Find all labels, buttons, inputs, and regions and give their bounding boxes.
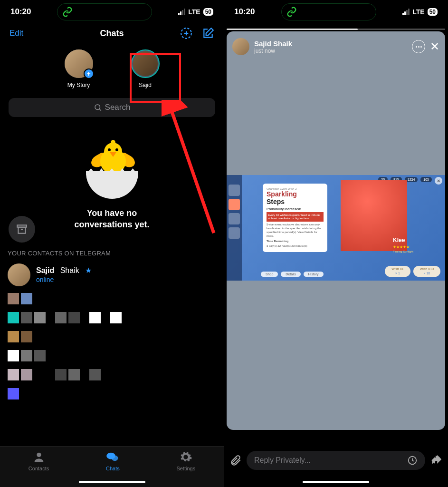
- search-icon: [94, 103, 102, 112]
- svg-rect-7: [18, 227, 25, 234]
- banner-nav: [227, 175, 242, 281]
- avatar: [8, 263, 30, 286]
- star-icon: ★: [85, 266, 92, 275]
- story-time: just now: [254, 48, 407, 54]
- redacted-contacts: [0, 327, 224, 346]
- tab-settings[interactable]: Settings: [176, 450, 195, 471]
- edit-button[interactable]: Edit: [10, 29, 23, 38]
- battery-icon: 50: [203, 8, 213, 16]
- reply-bar: Reply Privately...: [224, 447, 448, 474]
- person-icon: [32, 450, 46, 464]
- story-image: 30 815 1234 105 ✕ Character Event Wish-2…: [227, 175, 445, 281]
- archive-button[interactable]: [9, 216, 35, 243]
- story-progress: [227, 29, 445, 30]
- redacted-contacts: [0, 289, 224, 308]
- redacted-contacts: [0, 346, 224, 365]
- page-title: Chats: [100, 29, 124, 39]
- signal-icon: [402, 9, 410, 15]
- compose-icon[interactable]: [202, 27, 214, 39]
- contact-status: online: [36, 276, 92, 283]
- redacted-contacts: [0, 365, 224, 384]
- plus-icon: +: [84, 68, 94, 79]
- status-time: 10:20: [234, 7, 255, 17]
- avatar[interactable]: [232, 38, 249, 55]
- search-placeholder: Search: [105, 103, 131, 112]
- gear-icon: [179, 450, 192, 464]
- chick-illustration: [81, 142, 143, 199]
- story-content[interactable]: Sajid Shaik just now ✕ 30 815 1234 105 ✕…: [227, 31, 445, 430]
- tab-contacts[interactable]: Contacts: [29, 450, 49, 471]
- redacted-contacts: [0, 384, 224, 403]
- link-icon: [286, 7, 297, 17]
- attachment-icon[interactable]: [229, 454, 242, 467]
- reply-placeholder: Reply Privately...: [254, 456, 311, 465]
- close-icon[interactable]: ✕: [430, 40, 439, 53]
- battery-icon: 50: [428, 8, 438, 16]
- chats-screen: 10:20 LTE 50 Edit Chats + My Story S: [0, 0, 224, 487]
- banner-info-card: Character Event Wish-2 SparklingSteps Pr…: [263, 184, 327, 252]
- empty-text: You have noconversations yet.: [74, 207, 149, 231]
- my-story[interactable]: + My Story: [65, 49, 93, 88]
- svg-point-4: [95, 105, 100, 110]
- more-button[interactable]: [412, 40, 425, 53]
- add-story-icon[interactable]: [180, 27, 192, 39]
- reply-input[interactable]: Reply Privately...: [247, 451, 425, 470]
- stories-row: + My Story Sajid: [0, 45, 224, 95]
- status-bar: 10:20 LTE 50: [224, 0, 448, 24]
- status-bar: 10:20 LTE 50: [0, 0, 224, 24]
- dynamic-island: [281, 3, 376, 20]
- share-icon[interactable]: [430, 454, 442, 467]
- contacts-section-header: YOUR CONTACTS ON TELEGRAM: [0, 245, 224, 261]
- contact-row[interactable]: Sajid Shaik ★ online: [0, 261, 224, 289]
- contact-name: Sajid Shaik ★: [36, 266, 92, 275]
- svg-point-9: [37, 453, 41, 457]
- wish-buttons: Wish ×1× 1 Wish ×10× 10: [385, 266, 440, 277]
- home-indicator[interactable]: [303, 481, 369, 483]
- svg-point-11: [112, 456, 118, 461]
- status-right: LTE 50: [178, 8, 213, 16]
- story-viewer-screen: 10:20 LTE 50 Sajid Shaik just now ✕: [224, 0, 448, 487]
- banner-pills: Shop Details History: [261, 272, 324, 277]
- timer-icon[interactable]: [407, 455, 418, 466]
- svg-line-5: [99, 109, 101, 111]
- network-label: LTE: [412, 8, 424, 16]
- link-icon: [62, 7, 73, 17]
- chat-icon: [106, 450, 119, 464]
- status-time: 10:20: [10, 7, 31, 17]
- network-label: LTE: [188, 8, 200, 16]
- annotation-highlight: [130, 53, 181, 103]
- story-author-name: Sajid Shaik: [254, 39, 407, 48]
- svg-line-3: [170, 107, 214, 233]
- status-right: LTE 50: [402, 8, 438, 16]
- dynamic-island: [57, 3, 152, 20]
- tab-chats[interactable]: Chats: [106, 450, 120, 471]
- banner-characters: Klee ★★★★★ Fleeing Sunlight: [331, 180, 445, 266]
- chats-header: Edit Chats: [0, 24, 224, 45]
- home-indicator[interactable]: [79, 481, 145, 483]
- story-header: Sajid Shaik just now ✕: [232, 38, 439, 55]
- redacted-contacts: [0, 308, 224, 327]
- story-label: My Story: [67, 82, 90, 88]
- signal-icon: [178, 9, 185, 15]
- annotation-arrow: [162, 100, 224, 243]
